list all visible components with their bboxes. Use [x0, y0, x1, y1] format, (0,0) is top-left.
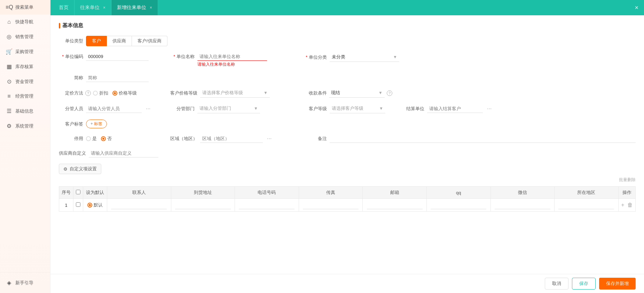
sidebar-item-quick-nav[interactable]: ⌂ 快捷导航	[0, 15, 50, 29]
table-row: 1 默认	[59, 199, 636, 212]
unit-type-row: 单位类型 客户 供应商 客户/供应商	[59, 36, 636, 46]
radio-price-level-circle	[112, 91, 117, 96]
sidebar-item-purchase[interactable]: 🛒 采购管理	[0, 44, 50, 59]
td-qq	[426, 199, 490, 212]
custom-settings-btn[interactable]: ⚙ 自定义项设置	[59, 164, 101, 174]
newbie-icon: ◈	[6, 279, 13, 286]
region-input[interactable]	[200, 135, 263, 143]
th-region: 所在地区	[555, 187, 619, 199]
cancel-button[interactable]: 取消	[545, 278, 568, 290]
tab-home[interactable]: 首页	[53, 0, 74, 15]
region-more-btn[interactable]: ···	[266, 136, 273, 142]
radio-yes-circle	[86, 136, 91, 141]
radio-yes[interactable]: 是	[86, 136, 97, 142]
section-title: 基本信息	[62, 22, 83, 29]
sidebar-item-finance[interactable]: ⊙ 资金管理	[0, 74, 50, 89]
remark-field: 备注	[303, 135, 636, 143]
radio-no-circle	[101, 136, 106, 141]
sidebar-item-label: 销售管理	[15, 34, 33, 40]
department-select[interactable]: 请输入分管部门 ▼	[197, 104, 260, 113]
department-label: 分管部门	[170, 106, 195, 112]
table-header-row: 序号 设为默认 联系人 到货地址 电话号码 传真 邮箱 qq 微信 所在地区 操…	[59, 187, 636, 199]
sidebar-item-sys-mgmt[interactable]: ⚙ 系统管理	[0, 119, 50, 133]
save-and-new-button[interactable]: 保存并新增	[599, 278, 636, 290]
radio-no[interactable]: 否	[101, 136, 112, 142]
default-radio-circle	[87, 203, 92, 207]
sidebar-item-label: 经营管理	[15, 93, 33, 99]
tabbar-close-btn[interactable]: ×	[632, 4, 641, 11]
row-checkbox[interactable]	[76, 202, 80, 207]
short-name-input[interactable]	[86, 74, 149, 82]
fax-input[interactable]	[303, 201, 359, 209]
th-action: 操作	[618, 187, 635, 199]
sidebar-item-newbie[interactable]: ◈ 新手引导	[0, 275, 50, 290]
department-placeholder: 请输入分管部门	[199, 105, 231, 112]
sidebar-item-sales[interactable]: ◎ 销售管理	[0, 29, 50, 44]
settlement-input[interactable]	[427, 105, 483, 113]
th-fax: 传真	[299, 187, 363, 199]
th-contact: 联系人	[107, 187, 171, 199]
sidebar-item-search[interactable]: ≡Q 搜索菜单	[0, 0, 50, 15]
batch-delete-label: 批量删除	[619, 177, 636, 182]
tag-field: 客户标签 + 标签	[59, 120, 170, 128]
btn-customer-supplier[interactable]: 客户/供应商	[132, 36, 167, 46]
contact-input[interactable]	[111, 201, 167, 209]
payment-terms-select[interactable]: 现结 ▼	[329, 88, 385, 98]
unit-type-label: 单位类型	[59, 38, 83, 44]
short-name-row: 简称	[59, 74, 636, 82]
add-row-btn[interactable]: +	[621, 202, 624, 208]
btn-supplier[interactable]: 供应商	[107, 36, 132, 46]
address-input[interactable]	[175, 201, 231, 209]
customer-level-placeholder: 请选择客户等级	[332, 105, 363, 112]
default-radio[interactable]: 默认	[85, 202, 105, 208]
customer-price-level-placeholder: 请选择客户价格等级	[202, 90, 243, 96]
sidebar-item-basic-info[interactable]: ☰ 基础信息	[0, 104, 50, 119]
customer-price-level-select[interactable]: 请选择客户价格等级 ▼	[200, 88, 270, 98]
btn-customer[interactable]: 客户	[86, 36, 107, 46]
pricing-label: 定价方法	[59, 90, 83, 96]
manager-more-btn[interactable]: ···	[144, 106, 152, 112]
batch-delete-btn[interactable]: 批量删除	[59, 177, 636, 183]
manager-input[interactable]	[86, 105, 142, 113]
delete-row-btn[interactable]: 🗑	[627, 202, 633, 208]
qq-input[interactable]	[431, 201, 486, 209]
unit-code-input[interactable]	[86, 52, 149, 61]
supplier-custom-input[interactable]	[89, 149, 158, 157]
phone-input[interactable]	[239, 201, 294, 209]
tab-new-partner[interactable]: 新增往来单位 ×	[111, 0, 158, 15]
email-input[interactable]	[367, 201, 423, 209]
pricing-help-icon[interactable]: ?	[85, 90, 91, 96]
short-name-label: 简称	[59, 75, 83, 81]
save-button[interactable]: 保存	[572, 278, 596, 290]
radio-discount-label: 折扣	[99, 90, 108, 96]
unit-code-field: 单位编码	[59, 52, 170, 61]
tab-partners[interactable]: 往来单位 ×	[74, 0, 111, 15]
select-all-checkbox[interactable]	[76, 190, 80, 194]
payment-help-icon[interactable]: ?	[387, 90, 392, 96]
custom-settings-label: 自定义项设置	[70, 166, 97, 172]
sidebar-item-inventory[interactable]: ▦ 库存核算	[0, 59, 50, 74]
wechat-input[interactable]	[495, 201, 550, 209]
radio-discount[interactable]: 折扣	[93, 90, 108, 96]
gear-icon: ⚙	[63, 166, 68, 172]
unit-category-select[interactable]: 未分类 ▼	[330, 52, 399, 62]
add-tag-btn[interactable]: + 标签	[86, 120, 107, 128]
pricing-method-field: 定价方法 ? 折扣 价格等级	[59, 90, 170, 96]
search-menu-icon: ≡Q	[6, 4, 13, 10]
radio-price-level[interactable]: 价格等级	[112, 90, 137, 96]
payment-terms-field: 收款条件 现结 ▼ ?	[303, 88, 414, 98]
unit-category-label: 单位分类	[303, 54, 327, 60]
customer-level-select[interactable]: 请选择客户等级 ▼	[330, 104, 385, 113]
tag-label: 客户标签	[59, 121, 83, 127]
tab-partners-close[interactable]: ×	[103, 5, 105, 10]
row-region-input[interactable]	[558, 201, 614, 209]
settlement-more-btn[interactable]: ···	[486, 106, 493, 112]
tag-row: 客户标签 + 标签	[59, 120, 636, 128]
tab-new-partner-close[interactable]: ×	[150, 5, 152, 10]
remark-input[interactable]	[330, 135, 636, 143]
sidebar-item-operation[interactable]: ≡ 经营管理	[0, 89, 50, 104]
region-label: 区域（地区）	[170, 136, 197, 142]
operation-icon: ≡	[6, 93, 13, 99]
form-footer: 取消 保存 保存并新增	[50, 274, 644, 293]
unit-name-input[interactable]	[197, 52, 267, 61]
